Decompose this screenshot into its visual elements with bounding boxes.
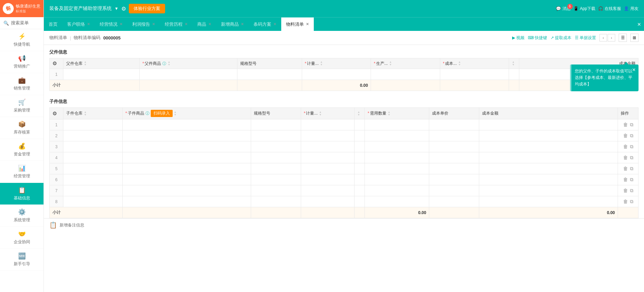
sidebar-item-guide[interactable]: 🆕 新手引导	[0, 249, 44, 271]
copy-row-3-icon[interactable]: ⧉	[630, 144, 633, 150]
guide-icon: 🆕	[18, 252, 26, 260]
parent-production-cell[interactable]	[371, 69, 440, 80]
copy-row-5-icon[interactable]: ⧉	[630, 166, 633, 172]
sidebar-item-operations[interactable]: 📊 经营管理	[0, 161, 44, 183]
sidebar-item-sales[interactable]: 💼 销售管理	[0, 73, 44, 95]
parent-spec-cell[interactable]	[237, 69, 302, 80]
page-code-value: 0000005	[103, 35, 121, 40]
delete-row-8-icon[interactable]: 🗑	[623, 199, 628, 205]
child-product-1[interactable]	[122, 119, 251, 130]
delete-row-3-icon[interactable]: 🗑	[623, 144, 628, 150]
sidebar-item-quick-nav[interactable]: ⚡ 快捷导航	[0, 29, 44, 51]
tab-customer[interactable]: 客户联络 ✕	[62, 17, 95, 31]
tooltip-close-icon[interactable]: ✕	[632, 67, 636, 74]
child-unit-cost-1[interactable]	[429, 119, 479, 130]
app-download-button[interactable]: 📱 App下载	[573, 6, 595, 12]
child-sort-2	[355, 130, 365, 141]
system-icon: ⚙️	[18, 208, 26, 216]
dropdown-arrow-icon: ▼	[114, 6, 119, 11]
parent-product-cell[interactable]	[139, 69, 237, 80]
shortcut-action[interactable]: ⌨ 快捷键	[528, 35, 547, 41]
child-warehouse-2[interactable]	[63, 130, 123, 141]
tab-bom[interactable]: 物料清单 ✕	[281, 17, 314, 31]
child-unit-cost-2[interactable]	[429, 130, 479, 141]
child-needed-qty-1[interactable]	[365, 119, 429, 130]
sidebar-item-system[interactable]: ⚙️ 系统管理	[0, 205, 44, 227]
child-spec-2[interactable]	[251, 130, 301, 141]
prev-record-button[interactable]: ‹	[599, 34, 607, 42]
copy-row-8-icon[interactable]: ⧉	[630, 199, 633, 205]
delete-row-5-icon[interactable]: 🗑	[623, 166, 628, 172]
sidebar-item-marketing[interactable]: 📢 营销推广	[0, 51, 44, 73]
close-goods-tab-icon[interactable]: ✕	[208, 22, 211, 26]
parent-cost-cell[interactable]	[440, 69, 509, 80]
delete-row-7-icon[interactable]: 🗑	[623, 188, 628, 194]
parent-subtotal-label: 小计	[50, 80, 140, 91]
tab-profit[interactable]: 利润报告 ✕	[127, 17, 160, 31]
warehouse-sort-icon: ▲▼	[84, 61, 87, 66]
close-operations-tab-icon[interactable]: ✕	[120, 22, 123, 26]
single-settings-action[interactable]: ☰ 单据设置	[575, 35, 596, 41]
delete-row-6-icon[interactable]: 🗑	[623, 177, 628, 183]
child-row-num-5: 5	[50, 163, 63, 174]
delete-row-2-icon[interactable]: 🗑	[623, 133, 628, 139]
parent-th-settings[interactable]: ⚙	[50, 58, 63, 69]
close-all-tabs-button[interactable]: ✕	[634, 22, 644, 27]
child-table-row: 2 🗑 ⧉	[50, 130, 639, 141]
close-new-goods-tab-icon[interactable]: ✕	[241, 22, 244, 26]
child-table-row: 8 🗑⧉	[50, 196, 639, 207]
tab-goods[interactable]: 商品 ✕	[193, 17, 216, 31]
list-view-button[interactable]: ⊞	[630, 34, 639, 42]
copy-row-6-icon[interactable]: ⧉	[630, 177, 633, 183]
delete-row-1-icon[interactable]: 🗑	[623, 122, 628, 128]
delete-row-4-icon[interactable]: 🗑	[623, 155, 628, 161]
search-menu[interactable]: 🔍 搜索菜单	[0, 17, 44, 29]
tab-operations[interactable]: 经营情况 ✕	[95, 17, 127, 31]
child-section: 子件信息 ⚙ 子件仓库 ▲▼ 子件商品	[44, 94, 644, 218]
parent-quantity-cell[interactable]	[302, 69, 371, 80]
tab-history[interactable]: 经营历程 ✕	[160, 17, 193, 31]
scan-input-button[interactable]: 扫码录入	[151, 110, 173, 117]
copy-row-1-icon[interactable]: ⧉	[630, 122, 633, 128]
tab-home[interactable]: 首页	[44, 17, 62, 31]
parent-warehouse-cell[interactable]	[63, 69, 140, 80]
sidebar-item-enterprise[interactable]: 🤝 企业协同	[0, 227, 44, 249]
message-button[interactable]: 💬 6 消息	[556, 6, 571, 12]
next-record-button[interactable]: ›	[608, 34, 615, 42]
child-product-2[interactable]	[122, 130, 251, 141]
sidebar-item-purchase[interactable]: 🛒 采购管理	[0, 95, 44, 117]
sidebar-item-basic-info[interactable]: 📋 基础信息	[0, 183, 44, 205]
child-quantity-1[interactable]	[301, 119, 355, 130]
child-row-num-3: 3	[50, 141, 63, 152]
online-service-button[interactable]: 🎧 在线客服	[598, 6, 621, 12]
close-bom-tab-icon[interactable]: ✕	[306, 22, 309, 26]
grid-view-button[interactable]: ☰	[619, 34, 627, 42]
child-quantity-2[interactable]	[301, 130, 355, 141]
close-profit-tab-icon[interactable]: ✕	[152, 22, 155, 26]
settings-button[interactable]: ⚙	[121, 5, 126, 12]
close-customer-tab-icon[interactable]: ✕	[87, 22, 90, 26]
child-th-settings[interactable]: ⚙	[50, 108, 63, 119]
trial-button[interactable]: 体验行业方案	[129, 4, 165, 13]
child-needed-qty-2[interactable]	[365, 130, 429, 141]
close-history-tab-icon[interactable]: ✕	[185, 22, 188, 26]
extract-cost-action[interactable]: ↗ 提取成本	[550, 35, 571, 41]
tab-barcode[interactable]: 条码方案 ✕	[249, 17, 281, 31]
close-barcode-tab-icon[interactable]: ✕	[273, 22, 276, 26]
sidebar-item-finance[interactable]: 💰 资金管理	[0, 139, 44, 161]
parent-th-production: 生产... ▲▼	[371, 58, 440, 69]
user-button[interactable]: 👤 用友	[624, 6, 639, 12]
sidebar-item-inventory[interactable]: 📦 库存核算	[0, 117, 44, 139]
copy-row-2-icon[interactable]: ⧉	[630, 133, 633, 139]
copy-row-4-icon[interactable]: ⧉	[630, 155, 633, 161]
parent-th-quantity: 计量... ▲▼	[302, 58, 371, 69]
prod-sort-icon: ▲▼	[389, 61, 392, 66]
copy-row-7-icon[interactable]: ⧉	[630, 188, 633, 194]
child-spec-1[interactable]	[251, 119, 301, 130]
breadcrumb-bom[interactable]: 物料清单	[49, 35, 67, 41]
add-note-label[interactable]: 新增备注信息	[60, 222, 84, 228]
bottom-bar: 📋 新增备注信息	[44, 218, 644, 232]
view-action[interactable]: ▶ 视频	[512, 35, 524, 41]
child-warehouse-1[interactable]	[63, 119, 123, 130]
tab-new-goods[interactable]: 新增商品 ✕	[216, 17, 249, 31]
